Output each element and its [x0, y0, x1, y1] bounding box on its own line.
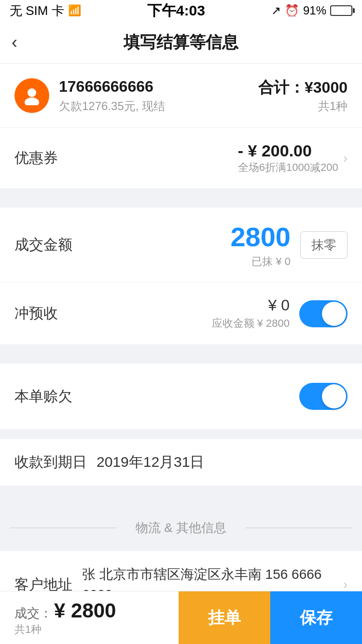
user-debt: 欠款1276.35元, 现结 [59, 98, 165, 114]
round-zero-button[interactable]: 抹零 [300, 231, 348, 259]
coupon-discount: - ¥ 200.00 [238, 141, 338, 160]
coupon-row[interactable]: 优惠券 - ¥ 200.00 全场6折满1000减200 › [0, 127, 362, 188]
location-icon: ↗ [271, 4, 281, 17]
svg-point-0 [28, 88, 36, 97]
amount-col: 2800 已抹 ¥ 0 [230, 221, 291, 269]
bottom-bar: 成交： ¥ 2800 共1种 挂单 保存 [0, 591, 362, 644]
duedate-label: 收款到期日 [14, 452, 87, 472]
section-divider-3 [0, 495, 362, 505]
coupon-label: 优惠券 [14, 148, 58, 168]
total-count: 共1种 [258, 98, 348, 114]
battery-text: 91% [303, 4, 326, 17]
user-left: 17666666666 欠款1276.35元, 现结 [14, 78, 165, 114]
coupon-info: - ¥ 200.00 全场6折满1000减200 [238, 141, 338, 175]
prepaid-label: 冲预收 [14, 304, 58, 323]
logistics-text: 物流 & 其他信息 [136, 519, 226, 536]
bottom-price: ¥ 2800 [54, 599, 116, 622]
logistics-line-left [10, 528, 116, 528]
wifi-icon: 📶 [68, 4, 81, 17]
user-card: 17666666666 欠款1276.35元, 现结 合计：¥3000 共1种 … [0, 64, 362, 188]
debit-toggle-knob [322, 384, 346, 408]
battery-icon [330, 5, 352, 16]
deal-amount-value: 2800 [230, 221, 291, 252]
bottom-count: 共1种 [14, 622, 164, 637]
content-area: 17666666666 欠款1276.35元, 现结 合计：¥3000 共1种 … [0, 64, 362, 644]
alarm-icon: ⏰ [285, 4, 299, 17]
hangup-button[interactable]: 挂单 [179, 591, 270, 644]
back-button[interactable]: ‹ [12, 32, 17, 53]
status-bar: 无 SIM 卡 📶 下午4:03 ↗ ⏰ 91% [0, 0, 362, 21]
save-button[interactable]: 保存 [270, 591, 362, 644]
user-total: 合计：¥3000 共1种 [258, 77, 348, 114]
deal-amount-row: 成交金额 2800 已抹 ¥ 0 抹零 [0, 208, 362, 283]
section-divider-2 [0, 354, 362, 364]
debit-row: 本单赊欠 [0, 364, 362, 429]
duedate-value: 2019年12月31日 [97, 452, 204, 472]
toggle-knob [322, 302, 346, 326]
section-divider-1 [0, 198, 362, 208]
status-left: 无 SIM 卡 📶 [10, 2, 81, 19]
coupon-right: - ¥ 200.00 全场6折满1000减200 › [238, 141, 348, 175]
total-amount: 合计：¥3000 [258, 77, 348, 98]
prepaid-receivable: 应收金额 ¥ 2800 [212, 316, 290, 331]
bottom-deal-row: 成交： ¥ 2800 [14, 599, 164, 622]
address-chevron-icon: › [343, 577, 348, 592]
status-time: 下午4:03 [147, 1, 205, 21]
svg-point-1 [25, 98, 39, 105]
bottom-info: 成交： ¥ 2800 共1种 [0, 599, 179, 637]
deal-amount-sub: 已抹 ¥ 0 [251, 254, 291, 269]
deal-amount-right: 2800 已抹 ¥ 0 抹零 [230, 221, 348, 269]
prepaid-amount-col: ¥ 0 应收金额 ¥ 2800 [212, 296, 290, 331]
coupon-desc: 全场6折满1000减200 [238, 160, 338, 175]
user-info: 17666666666 欠款1276.35元, 现结 [59, 78, 165, 114]
deal-amount-label: 成交金额 [14, 235, 72, 255]
prepaid-amount: ¥ 0 [212, 296, 290, 314]
avatar [14, 78, 49, 113]
carrier-text: 无 SIM 卡 [10, 2, 64, 19]
status-right: ↗ ⏰ 91% [271, 4, 352, 17]
prepaid-right: ¥ 0 应收金额 ¥ 2800 [212, 296, 348, 331]
debit-toggle[interactable] [299, 383, 348, 410]
page-title: 填写结算等信息 [124, 31, 238, 54]
duedate-row: 收款到期日 2019年12月31日 [0, 439, 362, 486]
prepaid-row: 冲预收 ¥ 0 应收金额 ¥ 2800 [0, 283, 362, 344]
bottom-deal-label: 成交： [14, 605, 52, 622]
prepaid-toggle[interactable] [299, 300, 348, 327]
user-phone: 17666666666 [59, 78, 165, 96]
debit-label: 本单赊欠 [14, 387, 72, 406]
amount-section: 成交金额 2800 已抹 ¥ 0 抹零 冲预收 ¥ 0 应收金额 ¥ 2800 [0, 208, 362, 344]
logistics-line-right [246, 528, 352, 528]
logistics-header: 物流 & 其他信息 [0, 505, 362, 551]
chevron-right-icon: › [343, 151, 348, 166]
user-row: 17666666666 欠款1276.35元, 现结 合计：¥3000 共1种 [0, 64, 362, 127]
nav-bar: ‹ 填写结算等信息 [0, 21, 362, 64]
